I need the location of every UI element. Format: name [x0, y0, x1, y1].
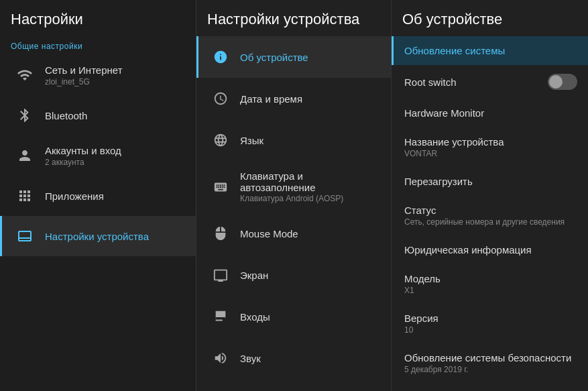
- right-item-device-name[interactable]: Название устройства VONTAR: [392, 127, 588, 167]
- right-item-status[interactable]: Статус Сеть, серийные номера и другие св…: [392, 196, 588, 235]
- mid-item-mouse[interactable]: Mouse Mode: [196, 213, 391, 254]
- right-item-security-update[interactable]: Обновление системы безопасности 5 декабр…: [392, 343, 588, 383]
- mouse-title: Mouse Mode: [240, 228, 298, 239]
- keyboard-sub: Клавиатура Android (AOSP): [240, 194, 380, 203]
- apps-icon: [13, 184, 37, 208]
- language-title: Язык: [240, 135, 263, 146]
- about-title: Об устройстве: [240, 52, 308, 63]
- inputs-title: Входы: [240, 311, 270, 323]
- right-item-legal[interactable]: Юридическая информация: [392, 235, 588, 264]
- mid-item-about[interactable]: Об устройстве: [196, 36, 391, 78]
- mid-item-display[interactable]: Экран: [196, 254, 391, 296]
- mouse-icon: [209, 222, 232, 245]
- bluetooth-title: Bluetooth: [45, 110, 87, 121]
- system-update-title: Обновление системы: [404, 45, 505, 56]
- root-switch-title: Root switch: [404, 76, 457, 88]
- keyboard-title: Клавиатура и автозаполнение: [240, 170, 380, 193]
- root-switch-toggle[interactable]: [548, 74, 577, 90]
- datetime-title: Дата и время: [240, 93, 302, 105]
- info-icon: [209, 46, 232, 68]
- version-title: Версия: [404, 313, 438, 324]
- bluetooth-icon: [13, 103, 37, 127]
- right-item-model[interactable]: Модель X1: [392, 264, 588, 304]
- model-title: Модель: [404, 273, 440, 284]
- keyboard-icon: [209, 176, 232, 199]
- wifi-icon: [13, 63, 37, 87]
- network-sub: zloi_inet_5G: [45, 77, 123, 87]
- sidebar-item-device-settings[interactable]: Настройки устройства: [0, 216, 196, 256]
- device-name-sub: VONTAR: [404, 149, 504, 158]
- sidebar-item-apps[interactable]: Приложения: [0, 176, 196, 216]
- version-sub: 10: [404, 325, 438, 335]
- accounts-title: Аккаунты и вход: [45, 145, 121, 156]
- mid-item-inputs[interactable]: Входы: [196, 296, 391, 337]
- mid-header: Настройки устройства: [196, 0, 391, 36]
- model-sub: X1: [404, 286, 440, 295]
- device-name-title: Название устройства: [404, 136, 504, 148]
- sidebar-item-bluetooth[interactable]: Bluetooth: [0, 95, 196, 135]
- status-title: Статус: [404, 205, 565, 216]
- reboot-title: Перезагрузить: [404, 176, 473, 187]
- toggle-knob: [549, 75, 563, 89]
- device-settings-icon: [13, 224, 37, 248]
- right-item-firmware[interactable]: Прошивка модуля связи Неизвестно: [392, 383, 588, 391]
- accounts-sub: 2 аккаунта: [45, 158, 121, 167]
- legal-title: Юридическая информация: [404, 244, 532, 256]
- status-sub: Сеть, серийные номера и другие сведения: [404, 217, 565, 227]
- storage-icon: [209, 388, 232, 391]
- right-header: Об устройстве: [392, 0, 588, 36]
- mid-item-storage[interactable]: Хранилище: [196, 379, 391, 391]
- display-icon: [209, 264, 232, 286]
- security-update-sub: 5 декабря 2019 г.: [404, 365, 571, 374]
- right-item-reboot[interactable]: Перезагрузить: [392, 167, 588, 196]
- left-header: Настройки: [0, 0, 196, 36]
- apps-title: Приложения: [45, 190, 104, 202]
- network-title: Сеть и Интернет: [45, 64, 123, 76]
- right-item-root-switch[interactable]: Root switch: [392, 65, 588, 99]
- sound-icon: [209, 347, 232, 370]
- section-label: Общие настройки: [0, 36, 196, 55]
- mid-item-language[interactable]: Язык: [196, 119, 391, 161]
- device-settings-title: Настройки устройства: [45, 231, 149, 242]
- display-title: Экран: [240, 270, 268, 281]
- security-update-title: Обновление системы безопасности: [404, 352, 571, 364]
- sidebar-item-network[interactable]: Сеть и Интернет zloi_inet_5G: [0, 55, 196, 95]
- clock-icon: [209, 87, 232, 110]
- globe-icon: [209, 129, 232, 152]
- right-item-hardware-monitor[interactable]: Hardware Monitor: [392, 99, 588, 127]
- sidebar-item-accounts[interactable]: Аккаунты и вход 2 аккаунта: [0, 135, 196, 176]
- mid-item-keyboard[interactable]: Клавиатура и автозаполнение Клавиатура A…: [196, 161, 391, 213]
- mid-column: Настройки устройства Об устройстве Дата …: [196, 0, 392, 391]
- sound-title: Звук: [240, 353, 261, 364]
- right-column: Об устройстве Обновление системы Root sw…: [392, 0, 588, 391]
- right-item-version[interactable]: Версия 10: [392, 304, 588, 343]
- inputs-icon: [209, 305, 232, 328]
- left-column: Настройки Общие настройки Сеть и Интерне…: [0, 0, 196, 391]
- mid-item-sound[interactable]: Звук: [196, 337, 391, 379]
- hardware-monitor-title: Hardware Monitor: [404, 107, 484, 119]
- account-icon: [13, 144, 37, 168]
- mid-item-datetime[interactable]: Дата и время: [196, 78, 391, 119]
- right-item-system-update[interactable]: Обновление системы: [392, 36, 588, 65]
